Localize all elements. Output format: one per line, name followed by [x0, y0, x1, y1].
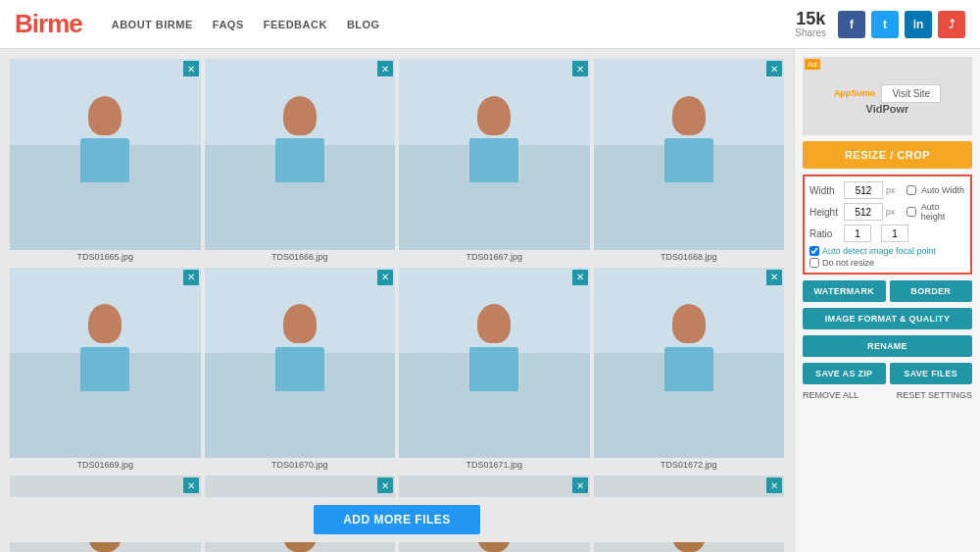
ad-badge: Ad	[805, 59, 820, 70]
remove-image-8[interactable]: ✕	[766, 270, 782, 285]
shares-label: Shares	[795, 27, 826, 38]
height-row: Height px Auto height	[809, 202, 965, 222]
image-format-button[interactable]: IMAGE FORMAT & QUALITY	[803, 308, 972, 329]
remove-image-9[interactable]: ✕	[183, 477, 199, 493]
ratio-row: Ratio	[809, 225, 965, 242]
remove-image-3[interactable]: ✕	[572, 61, 588, 76]
list-item: ✕ TDS01670.jpg	[205, 268, 396, 473]
logo-text: Bir	[15, 9, 47, 38]
image-label-3: TDS01667.jpg	[399, 250, 590, 264]
height-unit: px	[886, 207, 904, 217]
image-cell-8: ✕	[594, 268, 785, 459]
do-not-resize-row: Do not resize	[809, 258, 965, 268]
list-item: ✕ TDS01671.jpg	[399, 268, 590, 473]
watermark-button[interactable]: WATERMARK	[803, 280, 886, 302]
image-label-4: TDS01668.jpg	[594, 250, 785, 264]
image-cell-5: ✕	[10, 268, 201, 459]
image-cell-2: ✕	[205, 59, 396, 250]
list-item: ✕ TDS01665.jpg	[10, 59, 201, 264]
auto-detect-label: Auto detect image focal point	[822, 246, 936, 256]
image-cell-7: ✕	[399, 268, 590, 459]
auto-width-label: Auto Width	[921, 185, 964, 195]
image-label-7: TDS01671.jpg	[399, 458, 590, 472]
share-button[interactable]: ⤴	[938, 11, 965, 38]
logo-accent: me	[47, 9, 82, 38]
list-item: ✕ TDS01668.jpg	[594, 59, 785, 264]
nav-blog[interactable]: BLOG	[347, 19, 380, 30]
save-as-zip-button[interactable]: SAVE AS ZIP	[803, 363, 886, 384]
image-cell-6: ✕	[205, 268, 396, 459]
remove-image-7[interactable]: ✕	[572, 270, 588, 285]
auto-detect-checkbox[interactable]	[809, 246, 819, 256]
remove-all-link[interactable]: REMOVE ALL	[803, 390, 858, 400]
bottom-links: REMOVE ALL RESET SETTINGS	[803, 390, 972, 400]
ad-area: Ad AppSumo Visit Site VidPowr	[803, 57, 972, 135]
dimensions-box: Width px Auto Width Height px Auto heigh…	[803, 175, 972, 275]
width-input[interactable]	[844, 181, 883, 199]
tool-row-1: WATERMARK BORDER	[803, 280, 972, 302]
do-not-resize-label: Do not resize	[822, 258, 874, 268]
image-label-6: TDS01670.jpg	[205, 458, 396, 472]
remove-image-11[interactable]: ✕	[572, 477, 588, 493]
ratio-label: Ratio	[809, 228, 841, 239]
add-more-files-button[interactable]: ADD MORE FILES	[314, 505, 480, 534]
ratio-height-input[interactable]	[881, 225, 908, 242]
list-item: ✕ TDS01667.jpg	[399, 59, 590, 264]
list-item: ✕ TDS01669.jpg	[10, 268, 201, 473]
width-label: Width	[809, 185, 841, 196]
auto-height-checkbox[interactable]	[906, 207, 916, 217]
image-cell-1: ✕	[10, 59, 201, 250]
shares-count: 15k	[796, 10, 825, 27]
nav-faqs[interactable]: FAQS	[213, 19, 244, 30]
remove-image-4[interactable]: ✕	[766, 61, 782, 76]
image-label-2: TDS01666.jpg	[205, 250, 396, 264]
width-unit: px	[886, 185, 904, 195]
header: Birme ABOUT BIRME FAQS FEEDBACK BLOG 15k…	[0, 0, 980, 49]
visit-site-button[interactable]: Visit Site	[881, 84, 941, 103]
linkedin-share-button[interactable]: in	[905, 11, 932, 38]
image-area[interactable]: ✕ TDS01665.jpg ✕	[0, 49, 794, 552]
action-row: SAVE AS ZIP SAVE FILES	[803, 363, 972, 384]
remove-image-10[interactable]: ✕	[377, 477, 393, 493]
do-not-resize-checkbox[interactable]	[809, 258, 819, 268]
nav: ABOUT BIRME FAQS FEEDBACK BLOG	[112, 19, 380, 30]
image-label-8: TDS01672.jpg	[594, 458, 785, 472]
resize-crop-button[interactable]: RESIZE / CROP	[803, 141, 972, 169]
nav-about[interactable]: ABOUT BIRME	[112, 19, 193, 30]
border-button[interactable]: BORDER	[890, 280, 973, 302]
remove-image-12[interactable]: ✕	[766, 477, 782, 493]
image-cell-3: ✕	[399, 59, 590, 250]
ratio-width-input[interactable]	[844, 225, 871, 242]
remove-image-5[interactable]: ✕	[183, 270, 199, 285]
auto-height-label: Auto height	[921, 202, 965, 222]
auto-detect-row: Auto detect image focal point	[809, 246, 965, 256]
main-layout: ✕ TDS01665.jpg ✕	[0, 49, 980, 552]
remove-image-6[interactable]: ✕	[377, 270, 393, 285]
header-right: 15k Shares f t in ⤴	[795, 10, 965, 38]
rename-button[interactable]: RENAME	[803, 335, 972, 357]
ad-sponsor-label: AppSumo	[834, 88, 876, 98]
sidebar: Ad AppSumo Visit Site VidPowr RESIZE / C…	[794, 49, 980, 552]
logo[interactable]: Birme	[15, 9, 82, 39]
image-label-5: TDS01669.jpg	[10, 458, 201, 472]
facebook-share-button[interactable]: f	[838, 11, 865, 38]
reset-settings-link[interactable]: RESET SETTINGS	[897, 390, 972, 400]
image-grid: ✕ TDS01665.jpg ✕	[10, 59, 784, 552]
remove-image-2[interactable]: ✕	[377, 61, 393, 76]
ad-product-name: VidPowr	[866, 103, 909, 115]
remove-image-1[interactable]: ✕	[183, 61, 199, 76]
list-item: ✕ TDS01666.jpg	[205, 59, 396, 264]
auto-width-checkbox[interactable]	[906, 185, 916, 195]
twitter-share-button[interactable]: t	[871, 11, 899, 38]
shares-block: 15k Shares	[795, 10, 826, 38]
save-files-button[interactable]: SAVE FILES	[890, 363, 973, 384]
add-files-area: ADD MORE FILES	[10, 497, 784, 542]
height-label: Height	[809, 207, 841, 218]
list-item: ✕ TDS01672.jpg	[594, 268, 785, 473]
height-input[interactable]	[844, 203, 883, 221]
width-row: Width px Auto Width	[809, 181, 965, 199]
image-cell-4: ✕	[594, 59, 785, 250]
nav-feedback[interactable]: FEEDBACK	[264, 19, 327, 30]
image-label-1: TDS01665.jpg	[10, 250, 201, 264]
